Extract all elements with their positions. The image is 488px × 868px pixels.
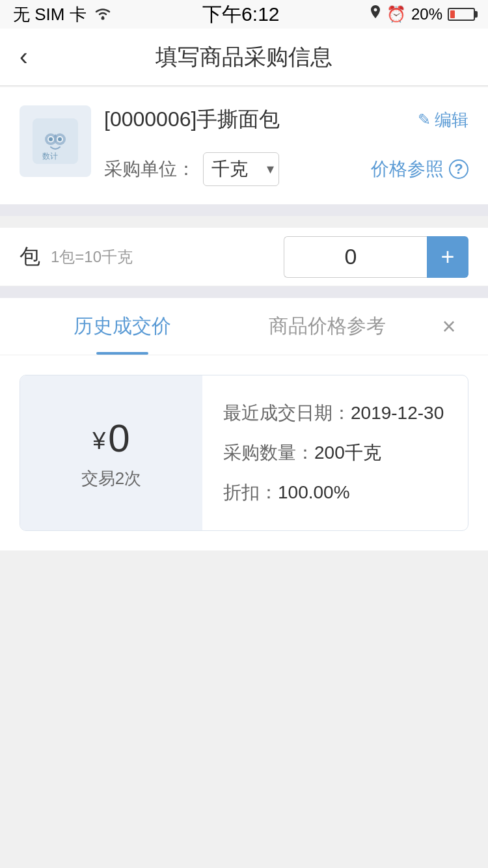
product-card: 数计 [0000006]手撕面包 ✎ 编辑 采购单位： 千克 — [0, 87, 488, 204]
price-trades: 交易2次 — [81, 467, 141, 490]
page-title: 填写商品采购信息 — [156, 42, 332, 72]
location-icon — [370, 5, 381, 23]
edit-button[interactable]: ✎ 编辑 — [418, 109, 468, 131]
section-divider-2 — [0, 286, 488, 298]
nav-bar: ‹ 填写商品采购信息 — [0, 29, 488, 86]
carrier-label: 无 SIM 卡 — [13, 3, 87, 26]
section-divider — [0, 204, 488, 216]
wifi-icon — [93, 5, 113, 25]
alarm-icon: ⏰ — [386, 5, 406, 23]
back-button[interactable]: ‹ — [20, 36, 34, 77]
unit-select-wrap[interactable]: 千克 — [203, 152, 279, 186]
battery-icon — [448, 8, 475, 21]
currency-symbol: ¥ — [92, 427, 105, 454]
price-date-row: 最近成交日期：2019-12-30 — [223, 399, 447, 428]
tab-active-indicator — [96, 352, 148, 355]
qty-sub-label: 1包=10千克 — [51, 247, 133, 267]
price-card-left: ¥0 交易2次 — [20, 375, 202, 530]
price-ref-button[interactable]: 价格参照 ? — [371, 157, 468, 182]
product-image: 数计 — [20, 105, 91, 177]
battery-percent: 20% — [411, 5, 442, 23]
tab-price-reference[interactable]: 商品价格参考 — [224, 298, 429, 355]
svg-text:数计: 数计 — [42, 152, 58, 161]
main-content — [0, 550, 488, 868]
help-icon: ? — [449, 159, 468, 179]
tabs-container: 历史成交价 商品价格参考 × — [0, 298, 488, 355]
svg-point-0 — [101, 16, 104, 20]
quantity-input-wrap: + — [284, 236, 468, 278]
price-card-section: ¥0 交易2次 最近成交日期：2019-12-30 采购数量：200千克 折扣：… — [0, 355, 488, 550]
product-name: [0000006]手撕面包 — [104, 105, 280, 134]
status-left: 无 SIM 卡 — [13, 3, 113, 26]
price-card: ¥0 交易2次 最近成交日期：2019-12-30 采购数量：200千克 折扣：… — [20, 375, 468, 531]
quantity-plus-button[interactable]: + — [427, 236, 468, 278]
quantity-label: 包 1包=10千克 — [20, 243, 133, 271]
status-right: ⏰ 20% — [370, 5, 475, 23]
svg-point-7 — [58, 137, 62, 141]
price-card-right: 最近成交日期：2019-12-30 采购数量：200千克 折扣：100.00% — [202, 375, 468, 530]
time-label: 下午6:12 — [202, 1, 279, 28]
unit-label: 采购单位： — [104, 157, 195, 182]
price-discount-row: 折扣：100.00% — [223, 478, 447, 508]
price-amount: ¥0 — [92, 416, 129, 461]
tab-history-price[interactable]: 历史成交价 — [20, 298, 224, 355]
qty-unit-label: 包 — [20, 243, 40, 271]
quantity-section: 包 1包=10千克 + — [0, 228, 488, 286]
unit-select[interactable]: 千克 — [203, 152, 279, 186]
price-value: 0 — [108, 416, 129, 460]
svg-point-6 — [49, 137, 53, 141]
price-qty-row: 采购数量：200千克 — [223, 439, 447, 468]
quantity-input[interactable] — [284, 236, 427, 278]
edit-icon: ✎ — [418, 111, 431, 129]
tab-close-button[interactable]: × — [429, 307, 468, 346]
product-info: [0000006]手撕面包 ✎ 编辑 采购单位： 千克 价格参照 ? — [104, 105, 468, 186]
status-bar: 无 SIM 卡 下午6:12 ⏰ 20% — [0, 0, 488, 29]
